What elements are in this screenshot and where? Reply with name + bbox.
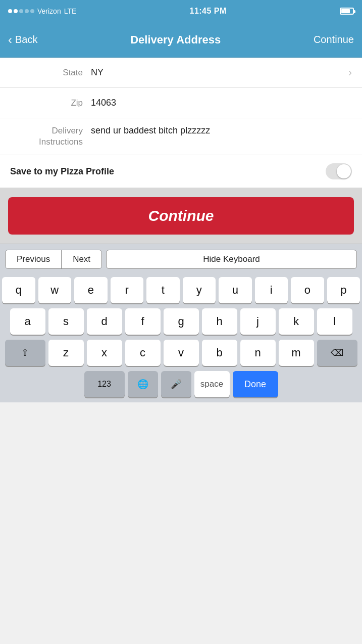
- shift-key[interactable]: ⇧: [5, 340, 45, 366]
- state-value: NY: [91, 67, 344, 78]
- prev-next-group: Previous Next: [5, 250, 102, 269]
- key-w[interactable]: w: [38, 277, 72, 303]
- space-key[interactable]: space: [194, 371, 230, 397]
- status-right: [340, 8, 354, 15]
- zip-row: Zip: [0, 88, 362, 118]
- network-label: LTE: [64, 7, 77, 15]
- previous-button[interactable]: Previous: [6, 250, 62, 268]
- status-time: 11:45 PM: [189, 7, 226, 16]
- key-i[interactable]: i: [255, 277, 288, 303]
- backspace-key[interactable]: ⌫: [317, 340, 357, 366]
- next-button[interactable]: Next: [62, 250, 101, 268]
- battery-icon: [340, 8, 354, 15]
- zip-label: Zip: [10, 98, 91, 108]
- key-t[interactable]: t: [146, 277, 180, 303]
- delivery-instructions-row: Delivery Instructions: [0, 118, 362, 155]
- key-k[interactable]: k: [279, 308, 314, 335]
- key-y[interactable]: y: [183, 277, 216, 303]
- delivery-instructions-input[interactable]: [91, 125, 352, 136]
- key-u[interactable]: u: [219, 277, 252, 303]
- globe-key[interactable]: 🌐: [128, 371, 158, 397]
- dot-1: [8, 9, 12, 13]
- page-title: Delivery Address: [130, 33, 221, 47]
- status-bar: Verizon LTE 11:45 PM: [0, 0, 362, 22]
- key-v[interactable]: v: [164, 340, 199, 366]
- key-f[interactable]: f: [125, 308, 161, 335]
- back-chevron-icon: ‹: [8, 33, 12, 47]
- form-area: State NY › Zip Delivery Instructions: [0, 58, 362, 155]
- carrier-label: Verizon: [37, 7, 61, 15]
- keyboard-toolbar: Previous Next Hide Keyboard: [0, 244, 362, 274]
- keyboard: q w e r t y u i o p a s d f g h j k l ⇧ …: [0, 274, 362, 402]
- key-h[interactable]: h: [202, 308, 237, 335]
- zip-input[interactable]: [91, 98, 352, 108]
- continue-nav-button[interactable]: Continue: [314, 34, 354, 45]
- key-a[interactable]: a: [10, 308, 45, 335]
- dot-2: [14, 9, 18, 13]
- key-b[interactable]: b: [202, 340, 237, 366]
- dot-3: [19, 9, 23, 13]
- continue-section: Continue: [0, 188, 362, 244]
- key-c[interactable]: c: [125, 340, 161, 366]
- key-d[interactable]: d: [87, 308, 122, 335]
- key-z[interactable]: z: [48, 340, 84, 366]
- nav-bar: ‹ Back Delivery Address Continue: [0, 22, 362, 58]
- key-l[interactable]: l: [317, 308, 352, 335]
- key-e[interactable]: e: [74, 277, 108, 303]
- state-label: State: [10, 68, 91, 78]
- save-to-profile-row: Save to my Pizza Profile: [0, 155, 362, 188]
- dot-4: [25, 9, 29, 13]
- back-label: Back: [15, 34, 37, 45]
- keyboard-row-2: a s d f g h j k l: [2, 308, 360, 335]
- save-toggle[interactable]: [326, 163, 352, 179]
- delivery-instructions-label: Delivery Instructions: [10, 125, 91, 148]
- mic-key[interactable]: 🎤: [161, 371, 191, 397]
- keyboard-row-3: ⇧ z x c v b n m ⌫: [2, 340, 360, 366]
- key-m[interactable]: m: [279, 340, 314, 366]
- keyboard-row-1: q w e r t y u i o p: [2, 277, 360, 303]
- continue-button[interactable]: Continue: [8, 197, 354, 235]
- key-q[interactable]: q: [2, 277, 35, 303]
- key-p[interactable]: p: [327, 277, 360, 303]
- key-n[interactable]: n: [240, 340, 276, 366]
- key-r[interactable]: r: [111, 277, 144, 303]
- key-x[interactable]: x: [87, 340, 122, 366]
- state-row[interactable]: State NY ›: [0, 58, 362, 88]
- done-key[interactable]: Done: [233, 371, 278, 397]
- back-button[interactable]: ‹ Back: [8, 33, 37, 47]
- hide-keyboard-button[interactable]: Hide Keyboard: [106, 250, 357, 269]
- key-o[interactable]: o: [291, 277, 324, 303]
- save-label: Save to my Pizza Profile: [10, 166, 114, 177]
- num-key[interactable]: 123: [84, 371, 125, 397]
- signal-dots: [8, 9, 34, 13]
- key-s[interactable]: s: [48, 308, 84, 335]
- toggle-knob: [337, 164, 351, 178]
- status-left: Verizon LTE: [8, 7, 76, 15]
- dot-5: [30, 9, 34, 13]
- state-chevron-icon: ›: [348, 66, 352, 79]
- keyboard-bottom-row: 123 🌐 🎤 space Done: [2, 371, 360, 397]
- key-g[interactable]: g: [164, 308, 199, 335]
- key-j[interactable]: j: [240, 308, 276, 335]
